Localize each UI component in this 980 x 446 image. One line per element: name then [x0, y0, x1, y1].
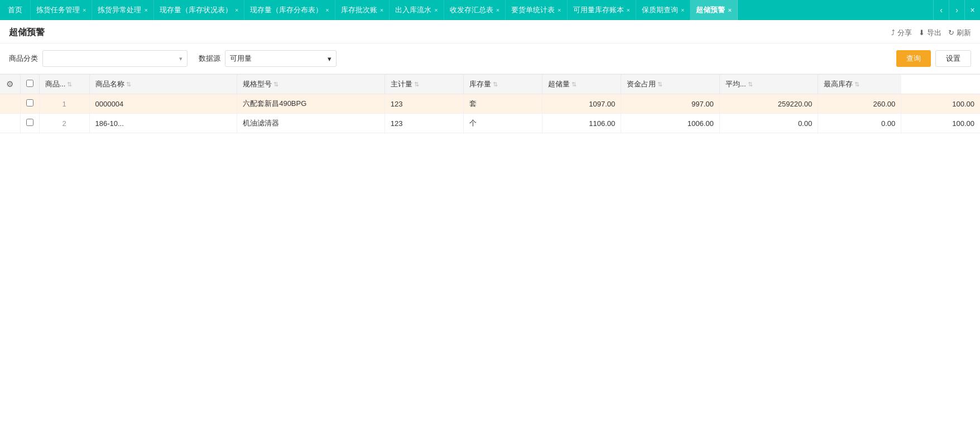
- table-header-row: ⚙ 商品... ⇅ 商品名称 ⇅: [0, 75, 980, 94]
- refresh-button[interactable]: ↻ 刷新: [948, 28, 971, 38]
- query-button[interactable]: 查询: [896, 50, 931, 67]
- sort-icon-stock: ⇅: [493, 81, 498, 88]
- sort-icon-unit: ⇅: [414, 81, 419, 88]
- table-wrapper: ⚙ 商品... ⇅ 商品名称 ⇅: [0, 74, 980, 133]
- row-fund: 259220.00: [719, 94, 818, 114]
- close-icon-2[interactable]: ×: [235, 7, 238, 13]
- row-avg: 0.00: [818, 114, 901, 133]
- row-checkbox-0[interactable]: [26, 99, 33, 106]
- row-checkbox-cell: [20, 94, 39, 114]
- row-over: 997.00: [621, 94, 719, 114]
- page-title: 超储预警: [9, 27, 45, 38]
- row-settings-cell: [0, 114, 20, 133]
- datasource-chevron-icon: ▾: [328, 55, 332, 63]
- sort-icon-over: ⇅: [571, 81, 577, 88]
- table-row: 1 0000004 六配套新昌490BPG 123 套 1097.00 997.…: [0, 94, 980, 114]
- share-icon: ⤴: [891, 28, 895, 37]
- th-over[interactable]: 超储量 ⇅: [542, 75, 621, 94]
- row-over: 1006.00: [621, 114, 719, 133]
- row-unit: 套: [464, 94, 542, 114]
- th-stock[interactable]: 库存量 ⇅: [464, 75, 542, 94]
- nav-item-0[interactable]: 拣货任务管理 ×: [31, 0, 92, 20]
- nav-item-1[interactable]: 拣货异常处理 ×: [92, 0, 153, 20]
- nav-item-7[interactable]: 要货单统计表 ×: [506, 0, 567, 20]
- close-icon-0[interactable]: ×: [83, 7, 86, 13]
- th-avg[interactable]: 平均... ⇅: [719, 75, 818, 94]
- category-select[interactable]: ▾: [42, 50, 188, 67]
- close-icon-1[interactable]: ×: [144, 7, 147, 13]
- category-filter-group: 商品分类 ▾: [9, 50, 188, 67]
- nav-item-10[interactable]: 超储预警 ×: [690, 0, 737, 20]
- table-body: 1 0000004 六配套新昌490BPG 123 套 1097.00 997.…: [0, 94, 980, 133]
- th-code[interactable]: 商品... ⇅: [39, 75, 89, 94]
- close-icon-9[interactable]: ×: [681, 7, 684, 13]
- row-spec: 123: [385, 94, 463, 114]
- nav-arrow-right[interactable]: ›: [949, 0, 964, 20]
- nav-arrows: ‹ › ×: [933, 0, 980, 20]
- close-icon-8[interactable]: ×: [627, 7, 630, 13]
- sort-icon-avg: ⇅: [748, 81, 753, 88]
- row-fund: 0.00: [719, 114, 818, 133]
- nav-item-6[interactable]: 收发存汇总表 ×: [444, 0, 506, 20]
- data-table: ⚙ 商品... ⇅ 商品名称 ⇅: [0, 74, 980, 133]
- table-row: 2 186-10... 机油滤清器 123 个 1106.00 1006.00 …: [0, 114, 980, 133]
- th-checkbox: [20, 75, 39, 94]
- refresh-icon: ↻: [948, 28, 954, 37]
- th-fund[interactable]: 资金占用 ⇅: [621, 75, 719, 94]
- category-label: 商品分类: [9, 54, 38, 64]
- datasource-filter-group: 数据源 可用量 ▾: [199, 50, 337, 67]
- row-unit: 个: [464, 114, 542, 133]
- close-icon-6[interactable]: ×: [496, 7, 499, 13]
- row-code: 0000004: [89, 94, 237, 114]
- th-maxstock[interactable]: 最高库存 ⇅: [818, 75, 901, 94]
- page-header: 超储预警 ⤴ 分享 ⬇ 导出 ↻ 刷新: [0, 20, 980, 43]
- row-stock: 1097.00: [542, 94, 621, 114]
- category-chevron-icon: ▾: [179, 55, 182, 62]
- nav-item-8[interactable]: 可用量库存账本 ×: [568, 0, 636, 20]
- row-maxstock: 100.00: [901, 94, 980, 114]
- row-avg: 260.00: [818, 94, 901, 114]
- row-settings-cell: [0, 94, 20, 114]
- header-actions: ⤴ 分享 ⬇ 导出 ↻ 刷新: [891, 28, 971, 38]
- filter-area: 商品分类 ▾ 数据源 可用量 ▾ 查询 设置: [0, 43, 980, 74]
- top-nav: 首页 拣货任务管理 × 拣货异常处理 × 现存量（库存状况表） × 现存量（库存…: [0, 0, 980, 20]
- export-button[interactable]: ⬇ 导出: [919, 28, 941, 38]
- th-spec[interactable]: 规格型号 ⇅: [237, 75, 385, 94]
- select-all-checkbox[interactable]: [26, 80, 33, 87]
- nav-home[interactable]: 首页: [0, 0, 31, 20]
- export-icon: ⬇: [919, 28, 925, 37]
- nav-item-5[interactable]: 出入库流水 ×: [390, 0, 444, 20]
- sort-icon-spec: ⇅: [273, 81, 278, 88]
- row-checkbox-1[interactable]: [26, 119, 33, 126]
- close-icon-7[interactable]: ×: [558, 7, 561, 13]
- sort-icon-code: ⇅: [67, 81, 72, 88]
- settings-button[interactable]: 设置: [935, 50, 971, 67]
- gear-icon[interactable]: ⚙: [6, 79, 13, 89]
- sort-icon-fund: ⇅: [657, 81, 662, 88]
- nav-item-2[interactable]: 现存量（库存状况表） ×: [154, 0, 244, 20]
- nav-item-3[interactable]: 现存量（库存分布表） ×: [244, 0, 335, 20]
- filter-buttons: 查询 设置: [896, 50, 971, 67]
- th-settings: ⚙: [0, 75, 20, 94]
- close-icon-3[interactable]: ×: [325, 7, 329, 13]
- close-icon-5[interactable]: ×: [434, 7, 438, 13]
- sort-icon-name: ⇅: [126, 81, 131, 88]
- datasource-select-text: 可用量: [230, 54, 328, 64]
- row-number: 1: [39, 94, 89, 114]
- row-name: 六配套新昌490BPG: [237, 94, 385, 114]
- datasource-label: 数据源: [199, 54, 220, 64]
- th-name[interactable]: 商品名称 ⇅: [89, 75, 237, 94]
- row-maxstock: 100.00: [901, 114, 980, 133]
- th-unit[interactable]: 主计量 ⇅: [385, 75, 463, 94]
- close-icon-10[interactable]: ×: [728, 7, 731, 13]
- share-button[interactable]: ⤴ 分享: [891, 28, 912, 38]
- row-stock: 1106.00: [542, 114, 621, 133]
- datasource-select[interactable]: 可用量 ▾: [225, 50, 337, 67]
- nav-arrow-close[interactable]: ×: [964, 0, 980, 20]
- close-icon-4[interactable]: ×: [380, 7, 383, 13]
- row-number: 2: [39, 114, 89, 133]
- row-checkbox-cell: [20, 114, 39, 133]
- nav-item-4[interactable]: 库存批次账 ×: [335, 0, 390, 20]
- nav-arrow-left[interactable]: ‹: [933, 0, 949, 20]
- nav-item-9[interactable]: 保质期查询 ×: [636, 0, 690, 20]
